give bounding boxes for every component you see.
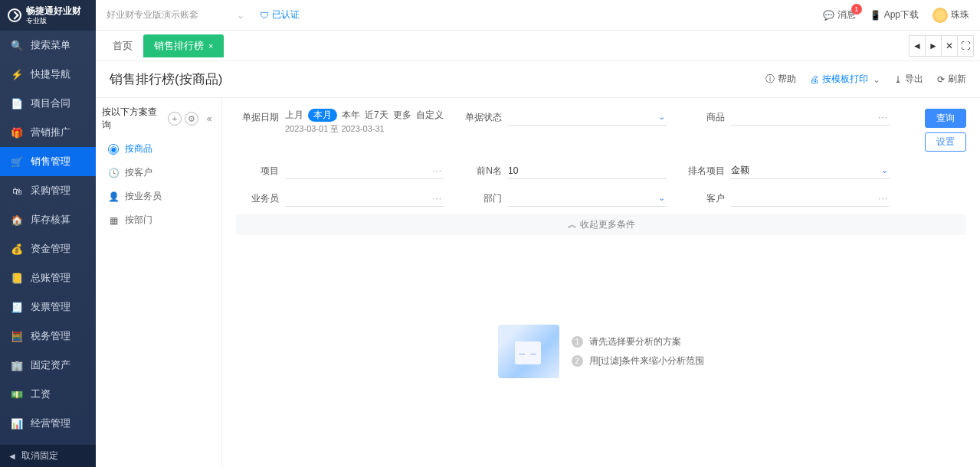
nav-item-3[interactable]: 🎁营销推广 — [0, 118, 96, 147]
date-option[interactable]: 本年 — [342, 109, 360, 122]
verified-badge: 🛡 已认证 — [260, 8, 300, 21]
scheme-item-2[interactable]: 👤按业务员 — [102, 185, 215, 207]
nav-item-14[interactable]: Ⓖ小畅报销 — [0, 438, 96, 445]
filter-goods: 商品 ··· — [682, 109, 890, 126]
nav-item-13[interactable]: 📊经营管理 — [0, 409, 96, 438]
scheme-item-1[interactable]: 🕓按客户 — [102, 162, 215, 184]
invoice-icon: 🧾 — [11, 301, 23, 313]
step-1-badge: 1 — [572, 336, 583, 348]
scheme-label: 按业务员 — [125, 190, 162, 203]
cart-icon: 🛒 — [11, 155, 23, 168]
empty-step-1: 1 请先选择要分析的方案 — [572, 335, 705, 348]
refresh-icon: ⟳ — [937, 74, 945, 85]
tab-1[interactable]: 销售排行榜× — [143, 34, 224, 57]
rank-value: 金额 — [731, 164, 749, 177]
customer-label: 客户 — [682, 190, 725, 205]
add-scheme-button[interactable]: + — [168, 112, 182, 126]
filter-grid: 单据日期 上月本月本年近7天更多自定义 2023-03-01 至 2023-03… — [222, 98, 980, 214]
date-option[interactable]: 自定义 — [416, 109, 444, 122]
date-option[interactable]: 更多 — [393, 109, 411, 122]
goods-input[interactable]: ··· — [731, 109, 890, 126]
dept-input[interactable]: ⌄ — [508, 190, 667, 207]
nav-label: 经营管理 — [31, 416, 70, 430]
nav-label: 资金管理 — [31, 242, 70, 256]
step-2-badge: 2 — [572, 355, 583, 367]
nav-item-4[interactable]: 🛒销售管理 — [0, 147, 96, 176]
scheme-item-3[interactable]: ▦按部门 — [102, 209, 215, 231]
scheme-icon: ◉ — [108, 144, 119, 155]
filter-rank: 排名项目 金额⌄ — [682, 162, 890, 179]
nav-item-7[interactable]: 💰资金管理 — [0, 234, 96, 263]
topn-input[interactable]: 10 — [508, 162, 667, 179]
nav-menu: 🔍搜索菜单⚡快捷导航📄项目合同🎁营销推广🛒销售管理🛍采购管理🏠库存核算💰资金管理… — [0, 31, 96, 445]
chevron-up-icon: ︽ — [568, 218, 577, 231]
project-input[interactable]: ··· — [285, 162, 444, 179]
settings-button[interactable]: 设置 — [925, 132, 966, 152]
empty-illustration — [498, 325, 559, 378]
user-menu[interactable]: 珠珠 — [932, 8, 969, 23]
chevron-down-icon: ⌄ — [873, 74, 880, 85]
nav-item-8[interactable]: 📒总账管理 — [0, 263, 96, 292]
nav-label: 总账管理 — [31, 271, 70, 285]
topn-value: 10 — [508, 165, 518, 176]
print-button[interactable]: 🖨 按模板打印 ⌄ — [810, 73, 880, 86]
customer-input[interactable]: ··· — [731, 190, 890, 207]
chevron-down-icon: ⌄ — [881, 165, 888, 175]
collapse-filters-button[interactable]: ︽ 收起更多条件 — [236, 214, 966, 235]
tabs-fullscreen-button[interactable]: ⛶ — [957, 35, 974, 57]
refresh-button[interactable]: ⟳ 刷新 — [937, 73, 966, 86]
pin-toggle[interactable]: ◄ 取消固定 — [0, 445, 96, 467]
org-switcher[interactable]: 好业财专业版演示账套 ⌄ — [107, 8, 244, 21]
collapse-scheme-button[interactable]: « — [203, 113, 215, 125]
scheme-icon: 🕓 — [108, 168, 119, 178]
main: 好业财专业版演示账套 ⌄ 🛡 已认证 💬 消息 1 📱 App下载 珠珠 — [96, 0, 980, 467]
topbar: 好业财专业版演示账套 ⌄ 🛡 已认证 💬 消息 1 📱 App下载 珠珠 — [96, 0, 980, 31]
nav-item-0[interactable]: 🔍搜索菜单 — [0, 31, 96, 60]
messages-button[interactable]: 💬 消息 1 — [823, 8, 856, 21]
nav-item-6[interactable]: 🏠库存核算 — [0, 205, 96, 234]
nav-item-11[interactable]: 🏢固定资产 — [0, 351, 96, 380]
tab-label: 首页 — [113, 39, 133, 53]
date-option[interactable]: 上月 — [285, 109, 303, 122]
brand-logo: 畅捷通好业财 专业版 — [0, 0, 96, 31]
cart2-icon: 🛍 — [11, 185, 23, 197]
scheme-item-0[interactable]: ◉按商品 — [102, 138, 215, 160]
nav-item-9[interactable]: 🧾发票管理 — [0, 292, 96, 322]
nav-item-2[interactable]: 📄项目合同 — [0, 89, 96, 118]
app-download-button[interactable]: 📱 App下载 — [870, 8, 919, 21]
filter-date: 单据日期 上月本月本年近7天更多自定义 2023-03-01 至 2023-03… — [236, 109, 444, 135]
help-button[interactable]: ⓘ 帮助 — [765, 73, 796, 86]
scheme-settings-button[interactable]: ⚙ — [185, 112, 198, 126]
salesman-input[interactable]: ··· — [285, 190, 444, 207]
rank-input[interactable]: 金额⌄ — [731, 162, 890, 179]
scheme-icon: 👤 — [108, 191, 119, 202]
tab-label: 销售排行榜 — [154, 39, 204, 53]
phone-icon: 📱 — [870, 10, 881, 21]
date-options: 上月本月本年近7天更多自定义 — [285, 109, 444, 122]
pin-icon: ◄ — [8, 451, 17, 462]
step-2-text: 用[过滤]条件来缩小分析范围 — [589, 354, 705, 367]
export-button[interactable]: ⤓ 导出 — [894, 73, 923, 86]
app-label: App下载 — [884, 8, 919, 21]
nav-item-5[interactable]: 🛍采购管理 — [0, 176, 96, 205]
shield-icon: 🛡 — [260, 10, 269, 21]
date-option[interactable]: 近7天 — [365, 109, 388, 122]
query-button[interactable]: 查询 — [925, 109, 966, 128]
brand-icon — [8, 8, 21, 22]
nav-label: 销售管理 — [31, 155, 70, 168]
status-input[interactable]: ⌄ — [508, 109, 667, 126]
collapse-label: 收起更多条件 — [580, 218, 635, 231]
ledger-icon: 📒 — [11, 272, 23, 284]
date-option[interactable]: 本月 — [308, 109, 337, 122]
nav-item-10[interactable]: 🧮税务管理 — [0, 322, 96, 351]
nav-item-1[interactable]: ⚡快捷导航 — [0, 60, 96, 89]
tab-0[interactable]: 首页 — [102, 31, 143, 61]
topn-label: 前N名 — [459, 162, 502, 178]
date-label: 单据日期 — [236, 109, 279, 124]
filter-customer: 客户 ··· — [682, 190, 890, 207]
close-icon[interactable]: × — [208, 41, 213, 51]
tabs-close-button[interactable]: ✕ — [941, 35, 958, 57]
tabs-prev-button[interactable]: ◄ — [909, 35, 926, 57]
tabs-next-button[interactable]: ► — [925, 35, 942, 57]
nav-item-12[interactable]: 💵工资 — [0, 380, 96, 409]
